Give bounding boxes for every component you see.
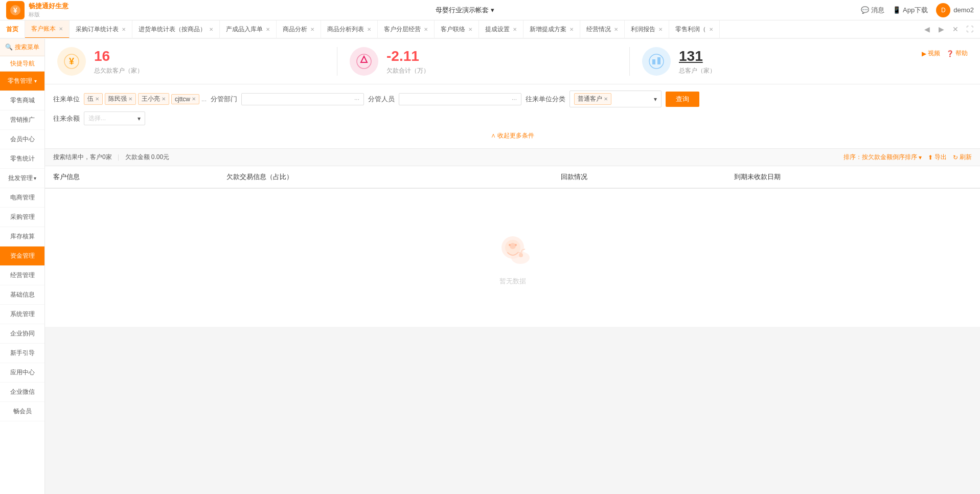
stat-info-total-customers: 131 总客户（家） <box>679 48 716 75</box>
sidebar-search[interactable]: 🔍 搜索菜单 <box>0 39 44 56</box>
sidebar-item-system-mgmt[interactable]: 系统管理 <box>0 305 44 324</box>
tab-close-icon[interactable]: ✕ <box>709 27 713 32</box>
sidebar-item-member-card[interactable]: 畅会员 <box>0 402 44 421</box>
tag-close-icon-5[interactable]: ✕ <box>604 96 608 102</box>
unit-filter-tags: 伍 ✕ 陈民强 ✕ 王小亮 ✕ cjttcw ✕ ... <box>84 93 207 105</box>
dept-filter-label: 分管部门 <box>211 95 237 104</box>
tab-fullscreen-btn[interactable]: ⛶ <box>964 23 976 35</box>
sidebar-item-wholesale-mgmt[interactable]: 批发管理 ▾ <box>0 169 44 188</box>
account-selector[interactable]: 母婴行业演示帐套 ▾ <box>436 6 494 15</box>
balance-filter-select[interactable]: 选择... ▾ <box>84 111 145 125</box>
tag-close-icon-4[interactable]: ✕ <box>192 96 196 102</box>
search-result-label: 搜索结果中，客户0家 <box>53 153 112 161</box>
filter-tag-wang[interactable]: 王小亮 ✕ <box>138 93 169 105</box>
sidebar: 🔍 搜索菜单 快捷导航 零售管理 ▾ 零售商城 营销推广 会员中心 零售统计 批… <box>0 39 45 494</box>
tag-close-icon-3[interactable]: ✕ <box>162 96 166 102</box>
tab-prev-btn[interactable]: ◀ <box>921 23 933 35</box>
tab-close-icon[interactable]: ✕ <box>658 27 663 32</box>
filter-tag-cjttcw[interactable]: cjttcw ✕ <box>171 94 199 104</box>
sidebar-item-ecommerce[interactable]: 电商管理 <box>0 188 44 208</box>
tab-goods-analysis-label: 商品分析 <box>283 25 307 34</box>
sidebar-finance-label: 资金管理 <box>10 252 35 259</box>
sidebar-item-finance[interactable]: 资金管理 <box>0 246 44 266</box>
sidebar-item-retail-store[interactable]: 零售商城 <box>0 91 44 110</box>
sidebar-search-label: 搜索菜单 <box>15 43 39 51</box>
svg-point-6 <box>649 54 664 69</box>
tab-close-icon[interactable]: ✕ <box>468 27 472 32</box>
tab-home[interactable]: 首页 <box>0 20 25 38</box>
sidebar-item-member-center[interactable]: 会员中心 <box>0 130 44 149</box>
sidebar-item-retail-mgmt[interactable]: 零售管理 ▾ <box>0 72 44 91</box>
tab-close-icon[interactable]: ✕ <box>569 27 574 32</box>
stat-icon-customers: ¥ <box>57 47 86 76</box>
help-btn[interactable]: ❓ 帮助 <box>946 49 968 58</box>
result-divider: | <box>118 153 119 161</box>
svg-text:¥: ¥ <box>13 6 17 14</box>
tab-close-all-btn[interactable]: ✕ <box>949 23 962 35</box>
sidebar-system-mgmt-label: 系统管理 <box>10 310 35 318</box>
sidebar-item-app-center[interactable]: 应用中心 <box>0 363 44 383</box>
tab-next-btn[interactable]: ▶ <box>935 23 947 35</box>
tab-goods-stats[interactable]: 进货单统计表（按商品） ✕ <box>132 20 220 38</box>
sidebar-item-enterprise-wechat[interactable]: 企业微信 <box>0 383 44 402</box>
tab-goods-analysis-list[interactable]: 商品分析列表 ✕ <box>321 20 378 38</box>
tab-close-icon[interactable]: ✕ <box>513 27 517 32</box>
unit-filter-more[interactable]: ... <box>201 96 207 103</box>
stat-item-debt-total: -2.11 欠款合计（万） <box>337 47 630 76</box>
tab-goods-stats-label: 进货单统计表（按商品） <box>139 25 206 34</box>
tab-close-icon[interactable]: ✕ <box>310 27 314 32</box>
logo-area: ¥ 畅捷通好生意 标版 <box>6 1 69 19</box>
sidebar-quick-nav-label: 快捷导航 <box>10 60 35 67</box>
message-icon: 💬 <box>861 6 869 14</box>
tag-close-icon[interactable]: ✕ <box>95 96 99 102</box>
svg-point-14 <box>515 244 517 246</box>
export-btn[interactable]: ⬆ 导出 <box>928 153 947 162</box>
sidebar-item-new-user-guide[interactable]: 新手引导 <box>0 344 44 363</box>
sidebar-item-retail-stats[interactable]: 零售统计 <box>0 149 44 169</box>
tab-promotion-settings[interactable]: 提成设置 ✕ <box>479 20 523 38</box>
tab-purchase-order[interactable]: 采购订单统计表 ✕ <box>70 20 132 38</box>
tab-close-icon[interactable]: ✕ <box>266 27 270 32</box>
tab-retail-profit[interactable]: 零售利润（ ✕ <box>669 20 720 38</box>
tab-goods-analysis[interactable]: 商品分析 ✕ <box>277 20 321 38</box>
tab-close-icon[interactable]: ✕ <box>209 27 213 32</box>
category-filter-select[interactable]: 普通客户 ✕ ▾ <box>569 91 662 107</box>
sidebar-item-operations[interactable]: 经营管理 <box>0 266 44 285</box>
user-profile[interactable]: D demo2 <box>936 3 974 17</box>
sidebar-quick-nav[interactable]: 快捷导航 <box>0 56 44 72</box>
tab-close-icon[interactable]: ✕ <box>59 26 63 32</box>
tab-close-icon[interactable]: ✕ <box>367 27 371 32</box>
tab-close-icon[interactable]: ✕ <box>122 27 126 32</box>
filter-collapse-btn[interactable]: ∧ 收起更多条件 <box>53 129 972 142</box>
sidebar-item-inventory[interactable]: 库存核算 <box>0 227 44 246</box>
sidebar-item-enterprise-collab[interactable]: 企业协同 <box>0 324 44 344</box>
app-download-label: App下载 <box>903 6 928 15</box>
filter-tag-common-customer[interactable]: 普通客户 ✕ <box>574 93 611 105</box>
sidebar-item-basic-info[interactable]: 基础信息 <box>0 285 44 305</box>
tag-close-icon-2[interactable]: ✕ <box>128 96 132 102</box>
tab-close-icon[interactable]: ✕ <box>424 27 428 32</box>
tab-profit-report[interactable]: 利润报告 ✕ <box>625 20 669 38</box>
empty-icon <box>492 230 533 271</box>
dept-filter-input[interactable]: ··· <box>241 93 364 105</box>
tab-customer-ledger[interactable]: 客户账本 ✕ <box>25 20 70 38</box>
query-button[interactable]: 查询 <box>666 92 699 107</box>
tab-close-icon[interactable]: ✕ <box>614 27 618 32</box>
sidebar-item-purchase-mgmt[interactable]: 采购管理 <box>0 208 44 227</box>
tab-customer-segment[interactable]: 客户分层经营 ✕ <box>378 20 435 38</box>
sidebar-item-marketing[interactable]: 营销推广 <box>0 110 44 130</box>
message-btn[interactable]: 💬 消息 <box>861 6 884 15</box>
stat-value-debt-customers: 16 <box>94 48 143 64</box>
tab-operation-status[interactable]: 经营情况 ✕ <box>580 20 625 38</box>
tab-customer-connect[interactable]: 客户联络 ✕ <box>435 20 479 38</box>
filter-tag-chen[interactable]: 陈民强 ✕ <box>105 93 136 105</box>
filter-tag-wu[interactable]: 伍 ✕ <box>84 93 103 105</box>
person-filter-input[interactable]: ··· <box>399 93 521 105</box>
refresh-btn[interactable]: ↻ 刷新 <box>953 153 972 162</box>
stat-label-debt-customers: 总欠款客户（家） <box>94 66 143 75</box>
app-download-btn[interactable]: 📱 App下载 <box>893 6 928 15</box>
tab-new-promotion[interactable]: 新增提成方案 ✕ <box>523 20 580 38</box>
tab-product-instock[interactable]: 产成品入库单 ✕ <box>220 20 277 38</box>
video-help-btn[interactable]: ▶ 视频 <box>922 49 940 58</box>
tag-label-wu: 伍 <box>87 95 94 103</box>
